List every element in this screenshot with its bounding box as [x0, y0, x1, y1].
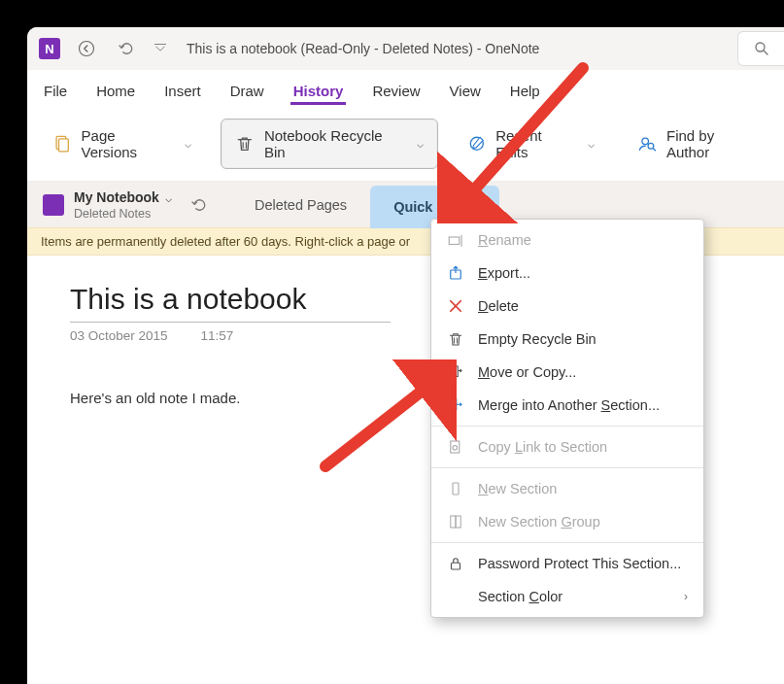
tab-deleted-pages[interactable]: Deleted Pages: [231, 182, 370, 227]
svg-rect-3: [59, 139, 69, 152]
recent-edits-icon: [467, 134, 487, 154]
title-bar: N This is a notebook (Read-Only - Delete…: [27, 27, 784, 70]
quick-access-dropdown[interactable]: [152, 36, 169, 61]
context-menu-item[interactable]: Merge into Another Section...: [431, 389, 703, 422]
arrow-left-icon: [78, 40, 95, 57]
menu-home[interactable]: Home: [93, 77, 138, 105]
menu-history[interactable]: History: [290, 77, 347, 105]
context-menu-item[interactable]: Delete: [431, 290, 703, 323]
context-menu-label: Copy Link to Section: [478, 439, 607, 455]
svg-point-8: [648, 144, 654, 150]
search-button[interactable]: [737, 31, 784, 66]
context-menu-separator: [431, 426, 703, 427]
chevron-down-icon: ⌵: [417, 137, 424, 151]
context-menu-label: Password Protect This Section...: [478, 556, 681, 571]
svg-rect-24: [451, 516, 456, 528]
notebook-title: My Notebook: [74, 189, 159, 205]
color-icon: [447, 588, 464, 605]
notebook-color-icon: [43, 194, 64, 216]
lock-icon: [447, 555, 464, 572]
svg-point-7: [642, 138, 649, 145]
context-menu-item[interactable]: Password Protect This Section...: [431, 547, 703, 580]
rename-icon: [447, 231, 464, 249]
context-menu-item[interactable]: Empty Recycle Bin: [431, 323, 703, 356]
delete-icon: [447, 297, 464, 315]
search-icon: [753, 40, 770, 57]
recycle-bin-label: Notebook Recycle Bin: [264, 127, 405, 160]
svg-line-11: [764, 51, 767, 54]
notebook-subtitle: Deleted Notes: [74, 207, 172, 222]
context-menu-label: Section Color: [478, 589, 562, 604]
group-icon: [447, 513, 464, 530]
svg-point-10: [756, 43, 765, 51]
context-menu-item[interactable]: Move or Copy...: [431, 356, 703, 389]
svg-line-9: [654, 149, 656, 151]
find-author-label: Find by Author: [666, 127, 759, 160]
context-menu-separator: [431, 542, 703, 543]
chevron-down-icon: [152, 40, 169, 57]
menu-view[interactable]: View: [447, 77, 484, 105]
menu-insert[interactable]: Insert: [161, 77, 204, 105]
context-menu-label: Merge into Another Section...: [478, 397, 660, 413]
context-menu-label: Delete: [478, 298, 519, 314]
page-versions-label: Page Versions: [82, 127, 174, 160]
svg-point-22: [453, 446, 458, 451]
window-title: This is a notebook (Read-Only - Deleted …: [187, 41, 539, 56]
svg-rect-23: [453, 483, 459, 495]
svg-rect-26: [452, 563, 460, 569]
page-time: 11:57: [201, 328, 234, 343]
svg-rect-21: [451, 441, 460, 453]
context-menu-label: Export...: [478, 265, 530, 281]
context-menu-item[interactable]: Export...: [431, 256, 703, 290]
svg-rect-25: [456, 516, 460, 528]
context-menu-item: Rename: [431, 223, 703, 256]
notebook-recycle-bin-button[interactable]: Notebook Recycle Bin ⌵: [221, 119, 437, 169]
undo-small-icon[interactable]: [189, 196, 207, 214]
recent-edits-button[interactable]: Recent Edits ⌵: [454, 120, 609, 168]
context-menu-label: Empty Recycle Bin: [478, 331, 597, 347]
app-icon: N: [39, 38, 60, 59]
back-button[interactable]: [74, 36, 99, 61]
title-rule: [70, 322, 391, 323]
svg-rect-12: [449, 237, 460, 245]
context-menu-label: New Section Group: [478, 514, 600, 530]
menu-draw[interactable]: Draw: [227, 77, 267, 105]
chevron-down-icon: ⌵: [588, 137, 595, 151]
page-date: 03 October 2015: [70, 328, 168, 343]
context-menu-item: Copy Link to Section: [431, 430, 703, 463]
chevron-right-icon: ›: [684, 590, 688, 603]
merge-icon: [447, 396, 464, 414]
context-menu-item[interactable]: Section Color›: [431, 580, 703, 613]
export-icon: [447, 264, 464, 282]
context-menu-label: Rename: [478, 232, 531, 248]
page-versions-icon: [52, 134, 72, 154]
context-menu-item: New Section: [431, 472, 703, 505]
recent-edits-label: Recent Edits: [495, 127, 576, 160]
trash-icon: [447, 330, 464, 348]
undo-button[interactable]: [113, 36, 138, 61]
svg-rect-20: [449, 399, 457, 410]
svg-rect-19: [450, 366, 458, 377]
menu-help[interactable]: Help: [507, 77, 543, 105]
notebook-selector[interactable]: My Notebook ⌵ Deleted Notes: [27, 182, 231, 227]
trash-icon: [235, 134, 255, 154]
page-versions-button[interactable]: Page Versions ⌵: [39, 120, 205, 168]
menu-file[interactable]: File: [41, 77, 70, 105]
move-copy-icon: [447, 363, 464, 381]
menu-bar: File Home Insert Draw History Review Vie…: [27, 70, 784, 111]
menu-review[interactable]: Review: [369, 77, 423, 105]
context-menu-label: Move or Copy...: [478, 364, 576, 380]
find-by-author-button[interactable]: Find by Author: [624, 120, 772, 168]
chevron-down-icon: ⌵: [185, 137, 191, 151]
undo-icon: [117, 40, 134, 57]
context-menu-item: New Section Group: [431, 505, 703, 538]
svg-point-0: [80, 42, 94, 56]
chevron-down-icon: ⌵: [165, 191, 172, 205]
section-icon: [447, 480, 464, 497]
find-author-icon: [637, 134, 657, 154]
ribbon-toolbar: Page Versions ⌵ Notebook Recycle Bin ⌵ R…: [27, 111, 784, 181]
link-icon: [447, 438, 464, 456]
context-menu-label: New Section: [478, 481, 557, 496]
context-menu-separator: [431, 467, 703, 468]
section-context-menu: RenameExport...DeleteEmpty Recycle BinMo…: [430, 219, 704, 618]
